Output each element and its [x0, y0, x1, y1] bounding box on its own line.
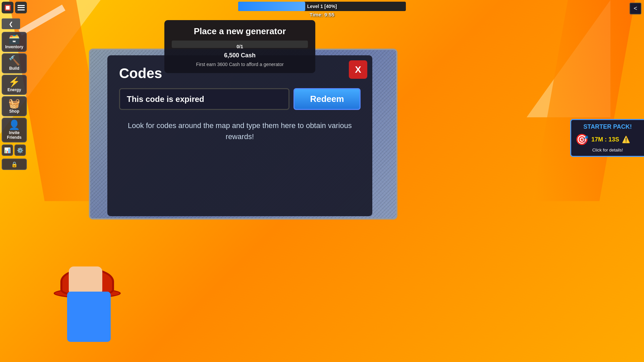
close-codes-button[interactable]: X: [349, 60, 367, 79]
code-input-row: Redeem: [119, 88, 361, 110]
sidebar-item-inventory-label: Inventory: [5, 45, 23, 49]
sidebar-item-inventory[interactable]: 🗃️ Inventory: [2, 32, 27, 52]
level-bar-fill: [238, 2, 305, 11]
starter-pack-row: 🎯 17M : 13S ⚠️: [575, 133, 640, 146]
level-bar-text: Level 1 [40%]: [307, 4, 337, 9]
sidebar-item-energy-label: Energy: [7, 87, 21, 92]
shop-icon: 🧺: [8, 99, 20, 108]
quest-title: Place a new generator: [172, 26, 308, 37]
character: [50, 245, 151, 362]
left-sidebar: ❮ 🗃️ Inventory 🔨 Build ⚡ Energy 🧺 Shop 👤…: [0, 17, 29, 172]
top-hud: Level 1 [40%] Time: 9:55: [0, 0, 644, 17]
sidebar-back-button[interactable]: ❮: [2, 18, 20, 29]
back-icon: ❮: [9, 21, 13, 27]
lock-button[interactable]: 🔒: [2, 159, 27, 170]
settings-button[interactable]: ⚙️: [14, 144, 26, 156]
starter-pack-title: STARTER PACK!: [575, 123, 640, 130]
starter-pack-icon: 🎯: [575, 133, 589, 146]
code-input-field[interactable]: [119, 88, 289, 110]
quest-hint: First earn 3600 Cash to afford a generat…: [172, 62, 308, 67]
sidebar-item-shop-label: Shop: [9, 109, 19, 114]
starter-pack-panel[interactable]: STARTER PACK! 🎯 17M : 13S ⚠️ Click for d…: [570, 119, 644, 157]
sidebar-item-build[interactable]: 🔨 Build: [2, 53, 27, 73]
collapse-icon: <: [634, 5, 637, 12]
quest-tooltip: Place a new generator 0/1 6,500 Cash Fir…: [164, 20, 315, 73]
character-head: [69, 266, 102, 295]
sidebar-item-invite-friends[interactable]: 👤 Invite Friends: [2, 118, 27, 142]
codes-modal: Codes X Redeem Look for codes around the…: [107, 55, 372, 216]
invite-friends-icon: 👤: [8, 120, 20, 130]
build-icon: 🔨: [8, 56, 20, 65]
lock-icon: 🔒: [11, 161, 18, 168]
quest-cash: 6,500 Cash: [172, 52, 308, 59]
character-body: [67, 292, 111, 342]
sidebar-item-invite-label: Invite Friends: [3, 130, 25, 140]
sidebar-item-build-label: Build: [9, 66, 19, 71]
collapse-button[interactable]: <: [630, 3, 641, 14]
time-display: Time: 9:55: [310, 12, 334, 17]
codes-description: Look for codes around the map and type t…: [119, 120, 361, 142]
redeem-button[interactable]: Redeem: [293, 88, 361, 110]
starter-pack-warning-icon: ⚠️: [622, 135, 630, 143]
energy-icon: ⚡: [8, 77, 20, 87]
sidebar-item-energy[interactable]: ⚡ Energy: [2, 75, 27, 95]
sidebar-item-shop[interactable]: 🧺 Shop: [2, 96, 27, 116]
inventory-icon: 🗃️: [8, 35, 20, 44]
quest-progress-text: 0/1: [172, 44, 308, 49]
sidebar-bottom-buttons: 📊 ⚙️: [2, 144, 27, 156]
level-bar: Level 1 [40%]: [238, 2, 406, 11]
stats-icon: 📊: [4, 147, 11, 154]
stats-button[interactable]: 📊: [2, 144, 13, 156]
settings-icon: ⚙️: [17, 147, 23, 154]
starter-pack-timer: 17M : 13S: [591, 136, 619, 143]
starter-pack-cta: Click for details!: [575, 147, 640, 153]
